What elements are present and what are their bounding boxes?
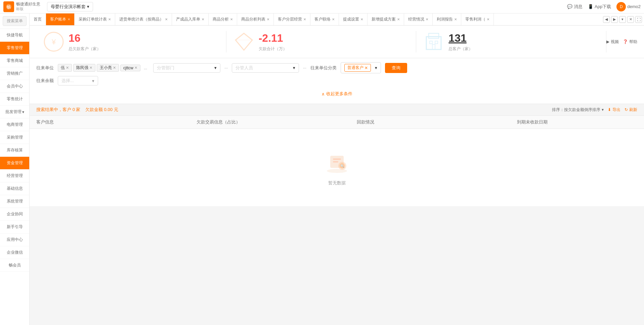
- sidebar-item-corp-wechat[interactable]: 企业微信: [0, 246, 29, 259]
- sidebar-item-retail-mgmt[interactable]: 零售管理: [0, 42, 29, 55]
- close-icon[interactable]: ✕: [202, 17, 204, 21]
- remove-tag-2-button[interactable]: ✕: [89, 66, 92, 70]
- tab-customer-connect[interactable]: 客户联络 ✕: [310, 13, 339, 26]
- close-icon[interactable]: ✕: [426, 17, 428, 21]
- user-avatar[interactable]: D demo2: [616, 2, 641, 11]
- empty-text: 暂无数据: [328, 180, 346, 186]
- stat-card-amount: -2.11 欠款合计（万）: [226, 31, 417, 52]
- svg-rect-8: [430, 41, 432, 44]
- dept-filter[interactable]: 分管部门 ▾: [153, 63, 220, 73]
- message-button[interactable]: 💬 消息: [567, 4, 583, 10]
- stat-card-customers: ¥ 16 总欠款客户（家）: [36, 31, 226, 52]
- tab-retail-profit[interactable]: 零售利润（ ✕: [461, 13, 494, 26]
- logo-area: 畅 畅捷通好生意 标版: [3, 1, 44, 12]
- results-bar: 搜索结果中，客户 0 家 欠款金额 0.00 元 排序：按欠款金额倒序排序 ▾ …: [30, 104, 644, 116]
- sidebar-item-app-center[interactable]: 应用中心: [0, 233, 29, 246]
- filter-more-tags-button[interactable]: ...: [142, 65, 149, 71]
- tab-operation-status[interactable]: 经营情况 ✕: [404, 13, 433, 26]
- unit-class-filter[interactable]: 普通客户 ✕ ▾: [341, 62, 381, 73]
- tabs-prev-button[interactable]: ◀: [603, 16, 610, 23]
- tabs-arrows: ◀ ▶ ▾ ✕ ⛶: [601, 16, 644, 23]
- tab-customer-account[interactable]: 客户账本 ✕: [46, 13, 75, 26]
- app-download-button[interactable]: 📱 App下载: [588, 4, 611, 10]
- close-icon[interactable]: ✕: [68, 17, 70, 21]
- refresh-icon: ↻: [625, 107, 628, 112]
- stat-label-total: 总客户（家）: [448, 46, 473, 52]
- stat-value-customers: 16: [69, 32, 101, 44]
- query-button[interactable]: 查询: [385, 63, 407, 73]
- sidebar-item-new-guide[interactable]: 新手引导: [0, 221, 29, 233]
- close-icon[interactable]: ✕: [108, 17, 111, 21]
- export-button[interactable]: ⬇ 导出: [608, 107, 620, 113]
- store-selector[interactable]: 母婴行业演示帐套 ▾: [47, 2, 93, 11]
- sidebar-item-retail-mall[interactable]: 零售商城: [0, 55, 29, 67]
- close-icon[interactable]: ✕: [397, 17, 400, 21]
- sidebar-item-finance-mgmt[interactable]: 资金管理: [0, 157, 29, 170]
- sidebar-item-ecommerce-mgmt[interactable]: 电商管理: [0, 118, 29, 131]
- close-icon[interactable]: ✕: [267, 17, 269, 21]
- svg-text:畅: 畅: [7, 5, 11, 9]
- empty-state: 🔍 暂无数据: [30, 129, 644, 206]
- close-icon[interactable]: ✕: [454, 17, 457, 21]
- sidebar-item-operation-mgmt[interactable]: 经营管理: [0, 170, 29, 182]
- close-icon[interactable]: ✕: [230, 17, 233, 21]
- tabs-next-button[interactable]: ▶: [611, 16, 618, 23]
- page-content: ¥ 16 总欠款客户（家）: [30, 26, 644, 325]
- chevron-down-icon: ▾: [92, 78, 94, 83]
- remove-tag-3-button[interactable]: ✕: [113, 66, 116, 70]
- tab-customer-tier[interactable]: 客户分层经营 ✕: [274, 13, 310, 26]
- svg-text:🔍: 🔍: [340, 164, 345, 168]
- close-icon[interactable]: ✕: [332, 17, 335, 21]
- tabs-close-all-button[interactable]: ✕: [627, 16, 634, 23]
- tab-profit-report[interactable]: 利润报告 ✕: [433, 13, 461, 26]
- filter-row-1: 往来单位 伍 ✕ 陈民强 ✕ 王小亮 ✕: [36, 62, 637, 73]
- tab-product-analysis-list[interactable]: 商品分析列表 ✕: [237, 13, 274, 26]
- svg-rect-14: [333, 161, 338, 162]
- sidebar-item-marketing[interactable]: 营销推广: [0, 67, 29, 80]
- remove-tag-4-button[interactable]: ✕: [134, 66, 137, 70]
- sidebar-item-inventory-check[interactable]: 库存核算: [0, 144, 29, 157]
- close-icon[interactable]: ✕: [303, 17, 306, 21]
- dept-more-button[interactable]: ···: [224, 66, 228, 70]
- close-icon[interactable]: ✕: [487, 17, 489, 21]
- sort-select[interactable]: 排序：按欠款金额倒序排序 ▾: [552, 107, 604, 113]
- content-area: 首页 客户账本 ✕ 采购订单统计表 ✕ 进货单统计表（按商品） ✕ 产成品入库单…: [30, 13, 644, 325]
- message-icon: 💬: [567, 4, 572, 9]
- sidebar-item-quick-nav[interactable]: 快捷导航: [0, 29, 29, 42]
- tab-home[interactable]: 首页: [30, 13, 46, 26]
- refresh-button[interactable]: ↻ 刷新: [625, 107, 637, 113]
- remove-unit-class-button[interactable]: ✕: [364, 66, 368, 70]
- tab-inbound-stats[interactable]: 进货单统计表（按商品） ✕: [115, 13, 172, 26]
- tab-cost-inbound[interactable]: 产成品入库单 ✕: [172, 13, 209, 26]
- tab-product-analysis[interactable]: 商品分析 ✕: [209, 13, 237, 26]
- help-icon: ❓: [623, 39, 628, 44]
- remove-tag-1-button[interactable]: ✕: [66, 66, 69, 70]
- help-button[interactable]: ❓ 帮助: [623, 39, 637, 45]
- filter-row-2: 往来余额 选择... ▾: [36, 76, 637, 85]
- tab-new-promotion[interactable]: 新增提成方案 ✕: [368, 13, 404, 26]
- person-more-button[interactable]: ···: [303, 66, 306, 70]
- collapse-button[interactable]: ∧ 收起更多条件: [321, 89, 352, 98]
- person-filter[interactable]: 分管人员 ▾: [232, 63, 299, 73]
- filter-tags: 伍 ✕ 陈民强 ✕ 王小亮 ✕ cjttcw ✕: [58, 64, 149, 72]
- tabs-menu-button[interactable]: ▾: [619, 16, 626, 23]
- page-actions: ▶ 视频 ❓ 帮助: [606, 39, 637, 45]
- search-menu-button[interactable]: 搜索菜单: [3, 16, 27, 26]
- sidebar-item-system-mgmt[interactable]: 系统管理: [0, 195, 29, 208]
- sidebar-item-wholesale-mgmt[interactable]: 批发管理 ▾: [0, 106, 29, 118]
- tab-promotion-settings[interactable]: 提成设置 ✕: [339, 13, 368, 26]
- sidebar-item-purchase-mgmt[interactable]: 采购管理: [0, 131, 29, 144]
- sidebar-item-member-vip[interactable]: 畅会员: [0, 259, 29, 272]
- sidebar-item-basic-info[interactable]: 基础信息: [0, 182, 29, 195]
- tabs-expand-button[interactable]: ⛶: [635, 16, 642, 23]
- close-icon[interactable]: ✕: [360, 17, 363, 21]
- balance-filter[interactable]: 选择... ▾: [58, 76, 98, 85]
- top-bar-right: 💬 消息 📱 App下载 D demo2: [567, 2, 641, 11]
- sidebar-item-retail-stats[interactable]: 零售统计: [0, 93, 29, 106]
- sidebar-item-corp-collab[interactable]: 企业协同: [0, 208, 29, 221]
- tab-purchase-order[interactable]: 采购订单统计表 ✕: [75, 13, 115, 26]
- filter-area: 往来单位 伍 ✕ 陈民强 ✕ 王小亮 ✕: [30, 58, 644, 104]
- sidebar-item-membership[interactable]: 会员中心: [0, 80, 29, 93]
- close-icon[interactable]: ✕: [165, 17, 168, 21]
- video-button[interactable]: ▶ 视频: [606, 39, 619, 45]
